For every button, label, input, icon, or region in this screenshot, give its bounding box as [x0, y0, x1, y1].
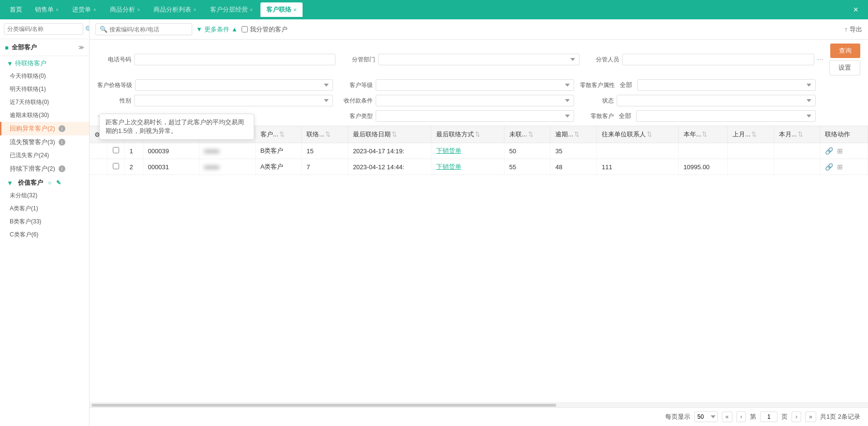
- sidebar-already-lost[interactable]: 已流失客户(24): [0, 149, 89, 162]
- col-overdue[interactable]: 逾期...⇅: [550, 126, 597, 143]
- manager-more-icon[interactable]: ···: [817, 55, 823, 64]
- row1-code: 000039: [143, 143, 199, 159]
- sidebar-pending-tomorrow[interactable]: 明天待联络(1): [0, 83, 89, 96]
- dept-select[interactable]: [378, 54, 579, 65]
- chevron-up-icon: ▲: [231, 26, 238, 33]
- top-nav: 首页 销售单 × 进货单 × 商品分析 × 商品分析列表 × 客户分层经营 × …: [0, 0, 868, 19]
- sidebar-value-group[interactable]: ▼ 价值客户 ○ ✎: [0, 176, 89, 189]
- repurchase-info-icon[interactable]: i: [59, 125, 65, 132]
- close-analysis-list-tab[interactable]: ×: [193, 7, 196, 13]
- row1-action: 🔗 ⊞: [820, 143, 868, 159]
- row1-checkbox[interactable]: [107, 143, 124, 159]
- row2-last-method[interactable]: 下销货单: [431, 159, 504, 175]
- close-purchase-tab[interactable]: ×: [93, 7, 96, 13]
- sidebar-all-customers[interactable]: ■ 全部客户 ≫: [0, 39, 89, 56]
- status-select[interactable]: [617, 95, 816, 106]
- col-last-month[interactable]: 上月...⇅: [728, 126, 774, 143]
- retail-attr-select[interactable]: [637, 79, 816, 91]
- filter-price-level: 客户价格等级: [97, 79, 333, 91]
- nav-tab-purchase[interactable]: 进货单 ×: [66, 2, 102, 17]
- price-level-select[interactable]: [135, 79, 333, 91]
- row2-qr-icon[interactable]: ⊞: [837, 163, 843, 171]
- col-last-method[interactable]: 最后联络方式⇅: [431, 126, 504, 143]
- sidebar-search-icon[interactable]: 🔍: [85, 26, 90, 33]
- sidebar-search-area: 🔍: [0, 19, 89, 39]
- filter-row-2: 客户价格等级 客户等级 零散客户属性 全部: [97, 79, 860, 91]
- window-close-btn[interactable]: ×: [848, 5, 863, 15]
- my-customers-checkbox[interactable]: 我分管的客户: [242, 25, 288, 34]
- retail-customer-select[interactable]: [636, 110, 816, 122]
- next-page-btn[interactable]: ›: [792, 411, 801, 422]
- manager-input[interactable]: [622, 54, 814, 65]
- nav-tab-sales[interactable]: 销售单 ×: [29, 2, 64, 17]
- sidebar-c-class[interactable]: C类客户(6): [0, 228, 89, 241]
- customer-type-select[interactable]: [376, 110, 575, 122]
- close-sales-tab[interactable]: ×: [56, 7, 59, 13]
- holding-down-info-icon[interactable]: i: [59, 165, 65, 172]
- my-customers-input[interactable]: [242, 26, 248, 32]
- row1-last-method[interactable]: 下销货单: [431, 143, 504, 159]
- close-analysis-tab[interactable]: ×: [137, 7, 140, 13]
- export-icon: ↑: [845, 26, 848, 33]
- phone-input[interactable]: [134, 54, 335, 65]
- row2-last-month: [728, 159, 774, 175]
- last-page-btn[interactable]: »: [805, 411, 816, 422]
- page-input[interactable]: [760, 411, 777, 422]
- sidebar-pending-7days[interactable]: 近7天待联络(0): [0, 96, 89, 109]
- row1-view-icon[interactable]: 🔗: [825, 147, 833, 155]
- sidebar-lost-warning[interactable]: 流失预警客户(3) i: [0, 135, 89, 149]
- row2-this-month: [774, 159, 820, 175]
- col-action: 联络动作: [820, 126, 868, 143]
- row2-settings: [90, 159, 107, 175]
- col-last-date[interactable]: 最后联络日期⇅: [348, 126, 431, 143]
- col-this-month[interactable]: 本月...⇅: [774, 126, 820, 143]
- nav-tab-analysis[interactable]: 商品分析 ×: [104, 2, 146, 17]
- sidebar-ungroup[interactable]: 未分组(32): [0, 189, 89, 202]
- horizontal-scrollbar[interactable]: [90, 402, 868, 407]
- page-size-select[interactable]: 10 20 50 100: [694, 411, 718, 422]
- col-contact[interactable]: 联络...⇅: [302, 126, 348, 143]
- search-input[interactable]: [109, 26, 182, 33]
- gender-select[interactable]: [134, 95, 333, 106]
- sidebar-repurchase-abnormal[interactable]: 回购异常客户(2) i: [0, 122, 89, 135]
- sidebar-pending-group[interactable]: ▼ 待联络客户: [0, 56, 89, 70]
- nav-tab-customer-contact[interactable]: 客户联络 ×: [260, 2, 302, 17]
- row2-checkbox[interactable]: [107, 159, 124, 175]
- nav-home[interactable]: 首页: [5, 2, 27, 17]
- row2-view-icon[interactable]: 🔗: [825, 163, 833, 171]
- col-unit-contact[interactable]: 往来单位联系人⇅: [596, 126, 678, 143]
- payment-select[interactable]: [376, 95, 575, 106]
- more-conditions-btn[interactable]: ▼ 更多条件 ▲: [196, 25, 238, 34]
- nav-tab-analysis-list[interactable]: 商品分析列表 ×: [148, 2, 202, 17]
- filter-phone: 电话号码: [97, 54, 335, 65]
- row2-overdue: 48: [550, 159, 597, 175]
- nav-tab-customer-seg[interactable]: 客户分层经营 ×: [204, 2, 259, 17]
- row2-last-date: 2023-04-12 14:44:: [348, 159, 431, 175]
- table-row: 2 000031 ■■■■ A类客户 7 2023-04-12 14:44: 下…: [90, 159, 868, 175]
- sidebar-pending-today[interactable]: 今天待联络(0): [0, 70, 89, 83]
- sidebar-overdue-contact[interactable]: 逾期未联络(30): [0, 109, 89, 122]
- settings-btn[interactable]: 设置: [829, 60, 860, 75]
- sidebar-a-class[interactable]: A类客户(1): [0, 202, 89, 215]
- col-this-year[interactable]: 本年...⇅: [678, 126, 728, 143]
- query-btn[interactable]: 查询: [830, 44, 860, 58]
- prev-page-btn[interactable]: ‹: [736, 411, 746, 422]
- sidebar-holding-down[interactable]: 持续下滑客户(2) i: [0, 162, 89, 176]
- export-btn[interactable]: ↑ 导出: [845, 25, 863, 34]
- scroll-thumb[interactable]: [91, 404, 556, 407]
- search-wrap: 🔍: [95, 23, 192, 35]
- row2-name: ■■■■: [199, 159, 255, 175]
- close-seg-tab[interactable]: ×: [250, 7, 253, 13]
- col-unlisted[interactable]: 未联...⇅: [504, 126, 550, 143]
- customer-level-select[interactable]: [376, 79, 575, 91]
- first-page-btn[interactable]: «: [722, 411, 733, 422]
- row2-action: 🔗 ⊞: [820, 159, 868, 175]
- row2-type: A类客户: [255, 159, 302, 175]
- close-contact-tab[interactable]: ×: [293, 7, 296, 13]
- sidebar-search-input[interactable]: [4, 23, 83, 35]
- col-type[interactable]: 客户...⇅: [255, 126, 302, 143]
- lost-warning-info-icon[interactable]: i: [59, 139, 65, 146]
- sidebar-collapse-icon[interactable]: ≫: [78, 44, 84, 51]
- row1-qr-icon[interactable]: ⊞: [837, 147, 843, 155]
- sidebar-b-class[interactable]: B类客户(33): [0, 215, 89, 228]
